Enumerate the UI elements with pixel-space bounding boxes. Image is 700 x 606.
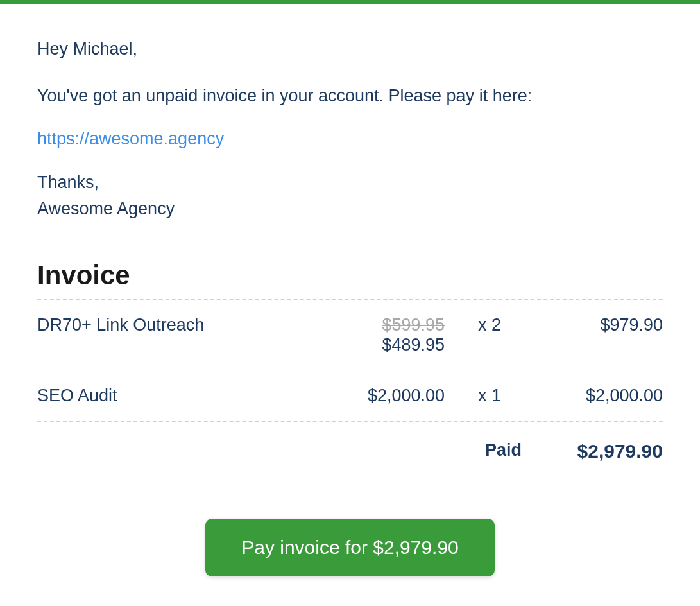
line-item-name: DR70+ Link Outreach [37,315,316,335]
line-item-total: $2,000.00 [534,386,663,406]
line-item-name: SEO Audit [37,386,316,406]
pay-invoice-button[interactable]: Pay invoice for $2,979.90 [205,519,495,576]
signature-block: Thanks, Awesome Agency [37,169,663,221]
line-item-qty: x 1 [445,386,534,406]
line-item-total: $979.90 [534,315,663,335]
invoice-line-item: DR70+ Link Outreach $599.95 $489.95 x 2 … [37,300,663,370]
message-text: You've got an unpaid invoice in your acc… [37,83,663,109]
paid-amount: $2,979.90 [522,440,663,462]
price: $2,000.00 [316,386,445,406]
original-price: $599.95 [316,315,445,335]
thanks-text: Thanks, [37,169,663,196]
greeting-text: Hey Michael, [37,36,663,62]
line-item-price: $2,000.00 [316,386,445,406]
invoice-heading: Invoice [37,260,663,291]
invoice-email-body: Hey Michael, You've got an unpaid invoic… [0,4,700,606]
line-item-qty: x 2 [445,315,534,335]
payment-link[interactable]: https://awesome.agency [37,129,224,149]
paid-label: Paid [406,440,522,462]
totals-row: Paid $2,979.90 [37,422,663,480]
sender-name: Awesome Agency [37,196,663,222]
line-item-price: $599.95 $489.95 [316,315,445,355]
discounted-price: $489.95 [316,335,445,355]
invoice-line-item: SEO Audit $2,000.00 x 1 $2,000.00 [37,370,663,421]
